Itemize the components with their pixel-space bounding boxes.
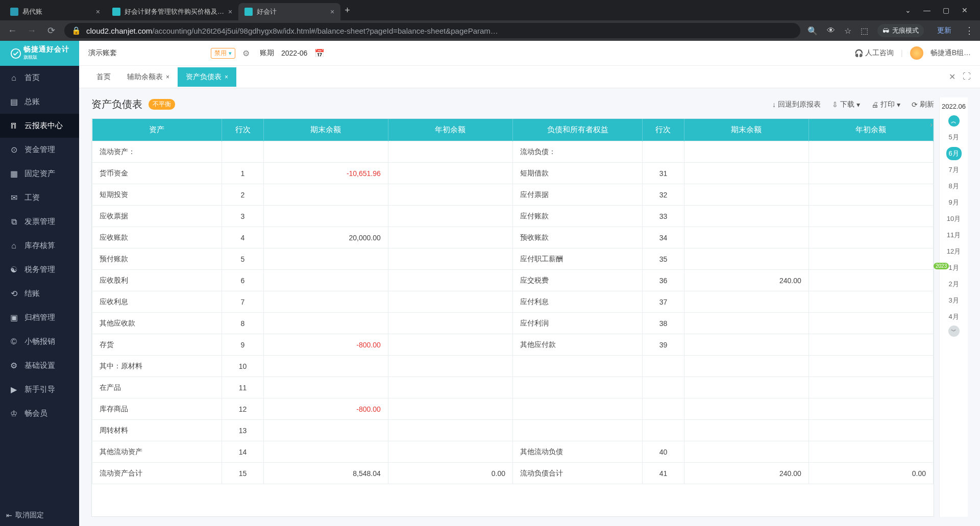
cell-row2: 38 [643,313,684,334]
cell-end [263,313,388,334]
sidebar-item-8[interactable]: ☯税务管理 [0,258,79,282]
close-icon[interactable]: × [228,8,232,16]
page-tab-2[interactable]: 资产负债表× [178,67,236,87]
cell-row2: 37 [643,291,684,313]
disabled-badge[interactable]: 禁用 ▾ [211,48,235,59]
minimize-icon[interactable]: ― [923,6,930,14]
period-value[interactable]: 2022-06 [281,49,307,57]
scroll-right-icon[interactable]: › [930,120,933,129]
cell-begin2 [808,420,933,441]
sidebar-item-3[interactable]: ⊙资金管理 [0,138,79,162]
gear-icon[interactable]: ⚙ [242,48,250,58]
table-row: 周转材料13 [92,420,934,441]
page-tab-0[interactable]: 首页 [88,67,119,87]
sidebar-item-0[interactable]: ⌂首页 [0,66,79,90]
cell-liab: 流动负债： [512,141,642,163]
sidebar-item-14[interactable]: ♔畅会员 [0,402,79,425]
incognito-icon: 🕶 [883,27,889,35]
month-next-button[interactable]: ︾ [948,325,960,337]
month-item-6月[interactable]: 6月 [946,147,962,160]
sidebar-item-2[interactable]: ⩎云报表中心 [0,114,79,138]
month-item-12月[interactable]: 12月 [940,245,968,258]
sidebar-item-9[interactable]: ⟲结账 [0,282,79,306]
sidebar-item-11[interactable]: ©小畅报销 [0,330,79,354]
kebab-menu-icon[interactable]: ⋮ [965,25,974,36]
logo: 畅捷通好会计 旗舰版 [0,41,79,66]
close-icon[interactable]: × [96,8,100,16]
nav-icon: ⊙ [9,145,18,155]
cell-end [263,420,388,441]
table-row: 其中：原材料10 [92,356,934,377]
cell-liab [512,398,642,420]
eye-off-icon[interactable]: 👁 [827,26,835,35]
back-button[interactable]: ← [6,26,18,36]
cell-liab [512,356,642,377]
refresh-button[interactable]: ⟳刷新 [912,100,934,109]
cell-liab: 应交税费 [512,270,642,291]
sidebar-item-6[interactable]: ⧉发票管理 [0,210,79,234]
month-item-3月[interactable]: 3月 [940,294,968,307]
expand-icon[interactable]: ⛶ [963,72,971,82]
close-icon[interactable]: × [330,8,334,16]
browser-tab[interactable]: 易代账 × [4,3,106,20]
month-item-1月[interactable]: 1月2023 [940,261,968,274]
month-prev-button[interactable]: ︽ [948,115,960,127]
cell-end: 8,548.04 [263,463,388,484]
cell-end: -10,651.96 [263,163,388,184]
cell-end2: 240.00 [684,463,808,484]
sidebar-item-1[interactable]: ▤总账 [0,90,79,114]
reload-button[interactable]: ⟳ [45,25,57,36]
close-icon[interactable]: × [225,73,228,81]
maximize-icon[interactable]: ▢ [943,6,949,14]
support-button[interactable]: 🎧 人工咨询 [854,48,894,58]
print-button[interactable]: 🖨打印▾ [871,100,900,109]
chevron-down-icon[interactable]: ⌄ [905,6,911,14]
account-selector[interactable]: 演示账套 [88,48,117,58]
star-icon[interactable]: ☆ [844,26,851,36]
cell-row [222,141,263,163]
cell-end2 [684,313,808,334]
month-item-7月[interactable]: 7月 [940,163,968,177]
cell-asset: 应收利息 [92,291,222,313]
month-item-2月[interactable]: 2月 [940,278,968,291]
window-controls: ⌄ ― ▢ ✕ [897,6,976,14]
new-tab-button[interactable]: + [345,5,350,16]
cell-begin2 [808,313,933,334]
url-input[interactable]: 🔒 cloud2.chanjet.com/accounting/uh26t264… [64,23,800,38]
month-item-10月[interactable]: 10月 [940,212,968,226]
sidebar-item-4[interactable]: ▦固定资产 [0,162,79,186]
month-item-11月[interactable]: 11月 [940,229,968,242]
sidebar-item-13[interactable]: ▶新手引导 [0,378,79,402]
month-item-5月[interactable]: 5月 [940,131,968,144]
sheet-header: 资产负债表 不平衡 ↓回退到原报表 ⇩下载▾ 🖨打印▾ ⟳刷新 [91,97,934,111]
month-item-9月[interactable]: 9月 [940,196,968,209]
sidebar-item-12[interactable]: ⚙基础设置 [0,354,79,378]
extension-icon[interactable]: ⬚ [861,26,868,36]
nav-icon: ⌂ [9,241,18,251]
download-button[interactable]: ⇩下载▾ [832,100,860,109]
revert-button[interactable]: ↓回退到原报表 [772,100,821,109]
calendar-icon[interactable]: 📅 [314,48,325,58]
year-tag: 2023 [934,263,949,269]
cell-row: 6 [222,270,263,291]
browser-tab-active[interactable]: 好会计 × [238,3,340,20]
update-button[interactable]: 更新 [933,24,955,37]
sidebar-item-5[interactable]: ✉工资 [0,186,79,210]
close-all-tabs-icon[interactable]: ✕ [949,72,955,82]
sidebar-pin-toggle[interactable]: ⇤ 取消固定 [0,505,79,526]
cell-asset: 其他流动资产 [92,441,222,463]
balance-sheet-table[interactable]: › 资产 行次 期末余额 年初余额 负债和所有者权 [91,118,934,517]
username[interactable]: 畅捷通B组… [930,48,971,58]
month-item-4月[interactable]: 4月 [940,310,968,323]
sidebar-item-10[interactable]: ▣归档管理 [0,306,79,330]
sidebar-item-7[interactable]: ⌂库存核算 [0,234,79,258]
browser-tab[interactable]: 好会计财务管理软件购买价格及… × [106,3,238,20]
page-tab-1[interactable]: 辅助余额表× [119,67,178,87]
cell-begin2 [808,377,933,398]
avatar[interactable] [910,46,923,60]
close-icon[interactable]: × [166,73,169,81]
search-icon[interactable]: 🔍 [807,26,818,36]
close-window-icon[interactable]: ✕ [962,6,968,14]
forward-button[interactable]: → [26,26,38,36]
month-item-8月[interactable]: 8月 [940,180,968,193]
